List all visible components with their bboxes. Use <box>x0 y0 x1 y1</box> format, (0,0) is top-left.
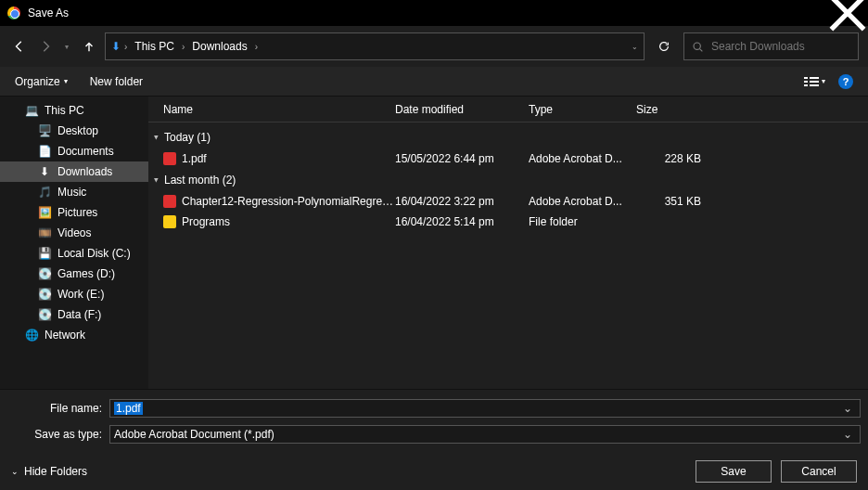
breadcrumb-item[interactable]: Downloads <box>188 40 250 53</box>
tree-label: Network <box>45 329 85 342</box>
file-name: Programs <box>182 215 230 228</box>
tree-icon: 🖥️ <box>37 124 52 137</box>
sidebar-item-pictures[interactable]: 🖼️Pictures <box>0 202 148 223</box>
download-icon: ⬇ <box>111 40 121 53</box>
column-size[interactable]: Size <box>636 103 710 116</box>
file-date: 15/05/2022 6:44 pm <box>395 152 529 165</box>
file-date: 16/04/2022 3:22 pm <box>395 195 529 208</box>
tree-icon: 🎞️ <box>37 226 52 239</box>
tree-icon: 🌐 <box>24 329 39 342</box>
tree-icon: 💽 <box>37 288 52 301</box>
tree-icon: 💽 <box>37 267 52 280</box>
tree-icon: 🎵 <box>37 186 52 199</box>
new-folder-button[interactable]: New folder <box>90 75 143 88</box>
column-type[interactable]: Type <box>529 103 636 116</box>
file-type: File folder <box>529 215 636 228</box>
view-options-button[interactable]: ▾ <box>804 76 825 87</box>
pdf-icon <box>163 195 176 208</box>
filename-dropdown[interactable]: ⌄ <box>839 402 856 415</box>
svg-rect-3 <box>804 84 808 86</box>
tree-label: Local Disk (C:) <box>57 247 131 260</box>
svg-rect-4 <box>810 77 819 79</box>
file-row[interactable]: Chapter12-Regression-PolynomialRegres...… <box>148 191 868 212</box>
filename-label: File name: <box>7 402 109 415</box>
file-name: Chapter12-Regression-PolynomialRegres... <box>182 195 395 208</box>
chevron-right-icon: › <box>182 42 185 52</box>
sidebar-item-this-pc[interactable]: 💻This PC <box>0 100 148 121</box>
filename-value[interactable]: 1.pdf <box>114 402 143 415</box>
tree-icon: 💽 <box>37 308 52 321</box>
save-as-dialog: Save As ▾ ⬇ › This PC › Downloads › ⌄ <box>0 0 868 490</box>
file-type: Adobe Acrobat D... <box>529 152 636 165</box>
file-group-header[interactable]: ▸Today (1) <box>148 126 868 148</box>
svg-rect-6 <box>810 84 819 86</box>
file-date: 16/04/2022 5:14 pm <box>395 215 529 228</box>
sidebar-item-work-e-[interactable]: 💽Work (E:) <box>0 284 148 304</box>
sidebar-item-data-f-[interactable]: 💽Data (F:) <box>0 304 148 325</box>
back-button[interactable] <box>9 36 30 57</box>
column-date[interactable]: Date modified <box>395 103 529 116</box>
tree-icon: 🖼️ <box>37 206 52 219</box>
breadcrumb[interactable]: ⬇ › This PC › Downloads › ⌄ <box>105 32 645 60</box>
tree-label: Work (E:) <box>57 288 104 301</box>
file-row[interactable]: Programs16/04/2022 5:14 pmFile folder <box>148 212 868 232</box>
filename-form: File name: 1.pdf ⌄ Save as type: Adobe A… <box>0 389 868 453</box>
organize-menu[interactable]: Organize ▾ <box>15 75 68 88</box>
search-box[interactable] <box>683 32 859 60</box>
save-button[interactable]: Save <box>696 460 772 483</box>
sidebar-item-music[interactable]: 🎵Music <box>0 182 148 202</box>
column-name[interactable]: Name <box>163 103 395 116</box>
filename-field[interactable]: 1.pdf ⌄ <box>109 399 861 418</box>
sidebar-item-videos[interactable]: 🎞️Videos <box>0 223 148 243</box>
nav-bar: ▾ ⬇ › This PC › Downloads › ⌄ <box>0 26 868 67</box>
file-list[interactable]: ▸Today (1)1.pdf15/05/2022 6:44 pmAdobe A… <box>148 122 868 389</box>
chevron-down-icon: ▸ <box>152 178 161 183</box>
tree-icon: 📄 <box>37 145 52 158</box>
tree-label: Downloads <box>57 165 112 178</box>
help-button[interactable]: ? <box>838 74 853 89</box>
close-button[interactable] <box>827 0 868 26</box>
tree-label: Desktop <box>57 124 98 137</box>
sidebar-item-games-d-[interactable]: 💽Games (D:) <box>0 264 148 284</box>
svg-rect-2 <box>804 81 808 83</box>
breadcrumb-dropdown[interactable]: ⌄ <box>632 43 638 51</box>
tree-label: Documents <box>57 145 114 158</box>
hide-folders-button[interactable]: ⌄ Hide Folders <box>11 465 87 478</box>
sidebar-item-documents[interactable]: 📄Documents <box>0 141 148 161</box>
sidebar-item-downloads[interactable]: ⬇Downloads <box>0 161 148 182</box>
tree-label: Videos <box>57 226 91 239</box>
saveastype-field[interactable]: Adobe Acrobat Document (*.pdf) ⌄ <box>109 425 861 444</box>
hide-folders-label: Hide Folders <box>24 465 87 478</box>
recent-dropdown[interactable]: ▾ <box>60 36 73 57</box>
breadcrumb-item[interactable]: This PC <box>131 40 178 53</box>
organize-label: Organize <box>15 75 60 88</box>
tree-label: Data (F:) <box>57 308 101 321</box>
forward-button[interactable] <box>35 36 56 57</box>
new-folder-label: New folder <box>90 75 143 88</box>
search-input[interactable] <box>711 40 850 53</box>
refresh-button[interactable] <box>650 32 678 60</box>
file-size: 228 KB <box>636 152 710 165</box>
saveastype-dropdown[interactable]: ⌄ <box>839 428 856 441</box>
cancel-button[interactable]: Cancel <box>781 460 857 483</box>
sidebar-item-network[interactable]: 🌐Network <box>0 325 148 345</box>
sidebar-item-local-disk-c-[interactable]: 💾Local Disk (C:) <box>0 243 148 264</box>
file-size: 351 KB <box>636 195 710 208</box>
tree-label: Music <box>57 186 86 199</box>
file-group-header[interactable]: ▸Last month (2) <box>148 169 868 191</box>
file-row[interactable]: 1.pdf15/05/2022 6:44 pmAdobe Acrobat D..… <box>148 148 868 169</box>
sidebar[interactable]: 💻This PC🖥️Desktop📄Documents⬇Downloads🎵Mu… <box>0 97 148 389</box>
chevron-right-icon: › <box>255 42 258 52</box>
file-type: Adobe Acrobat D... <box>529 195 636 208</box>
title-bar: Save As <box>0 0 868 26</box>
up-button[interactable] <box>79 36 99 57</box>
toolbar: Organize ▾ New folder ▾ ? <box>0 67 868 97</box>
folder-icon <box>163 215 176 228</box>
file-name: 1.pdf <box>182 152 207 165</box>
search-icon <box>692 41 704 53</box>
chrome-icon <box>7 6 20 19</box>
column-headers[interactable]: Name Date modified Type Size <box>148 97 868 122</box>
svg-rect-1 <box>804 77 808 79</box>
sidebar-item-desktop[interactable]: 🖥️Desktop <box>0 121 148 141</box>
chevron-down-icon: ▸ <box>152 135 161 140</box>
